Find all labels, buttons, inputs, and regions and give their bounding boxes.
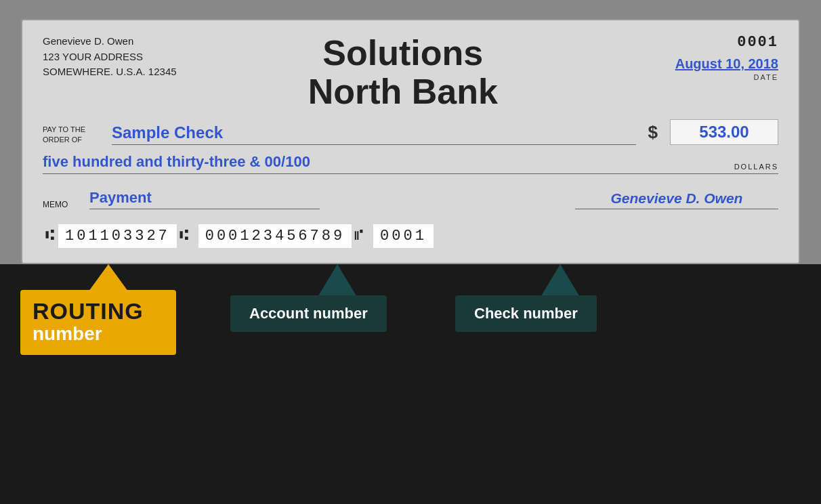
amount-box: 533.00	[670, 119, 778, 145]
routing-badge-top: ROUTING	[33, 299, 164, 322]
check-date-label: DATE	[753, 73, 778, 81]
check-number-label-box: Check number	[455, 295, 597, 332]
memo-label: MEMO	[43, 200, 80, 209]
signature-value: Genevieve D. Owen	[611, 190, 743, 206]
account-number-label-box: Account number	[230, 295, 387, 332]
dollar-sign: $	[648, 122, 658, 145]
check-top-right: 0001 August 10, 2018 DATE	[629, 34, 778, 81]
check-date-area: August 10, 2018 DATE	[629, 56, 778, 81]
written-amount: five hundred and thirty-three & 00/100	[43, 153, 310, 171]
micr-separator2: ⑈	[354, 228, 364, 245]
memo-value: Payment	[89, 189, 152, 206]
micr-account-number: 000123456789	[198, 224, 352, 248]
pay-name-line: Sample Check	[112, 123, 636, 145]
payee-value: Sample Check	[112, 123, 223, 142]
micr-start-symbol: ⑆	[45, 228, 56, 245]
check-address: Genevieve D. Owen 123 YOUR ADDRESS SOMEW…	[43, 34, 177, 80]
address-line2: SOMEWHERE. U.S.A. 12345	[43, 64, 177, 80]
signature-area: Genevieve D. Owen	[329, 190, 778, 209]
routing-badge: ROUTING number	[20, 290, 176, 355]
check-date-value: August 10, 2018	[675, 56, 778, 72]
check-pay-row: PAY TO THEORDER OF Sample Check $ 533.00	[43, 119, 778, 145]
signature-line: Genevieve D. Owen	[575, 190, 778, 209]
check: Genevieve D. Owen 123 YOUR ADDRESS SOMEW…	[21, 19, 800, 264]
amount-value: 533.00	[699, 123, 749, 141]
micr-routing-number: 101103327	[58, 224, 177, 248]
check-written-row: five hundred and thirty-three & 00/100 D…	[43, 153, 778, 174]
memo-line: Payment	[89, 189, 320, 209]
routing-badge-bottom: number	[33, 322, 164, 345]
check-micr-row: ⑆ 101103327 ⑆ 000123456789 ⑈ 0001	[43, 224, 778, 248]
checknumber-arrow-icon	[540, 264, 581, 298]
address-name: Genevieve D. Owen	[43, 34, 177, 49]
address-line1: 123 YOUR ADDRESS	[43, 49, 177, 65]
check-memo-row: MEMO Payment Genevieve D. Owen	[43, 189, 778, 209]
check-number-top: 0001	[629, 34, 778, 51]
account-arrow-icon	[317, 264, 358, 298]
micr-check-number: 0001	[373, 224, 434, 248]
bottom-bar: ROUTING number Account number Check numb…	[0, 264, 821, 504]
check-top-row: Genevieve D. Owen 123 YOUR ADDRESS SOMEW…	[43, 34, 778, 111]
pay-label: PAY TO THEORDER OF	[43, 125, 104, 146]
check-number-label: Check number	[474, 305, 578, 322]
dollars-label: DOLLARS	[734, 163, 778, 171]
micr-separator1: ⑆	[180, 228, 190, 245]
account-number-label: Account number	[249, 305, 368, 322]
bank-name: Solutions North Bank	[190, 34, 616, 111]
